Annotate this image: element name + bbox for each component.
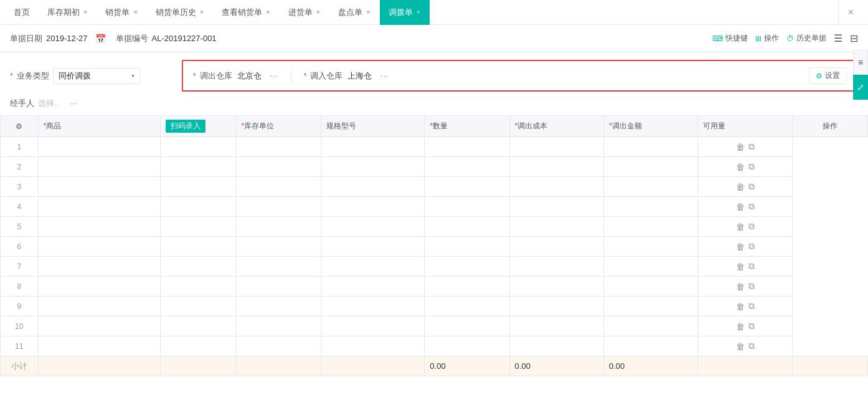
tab-close-inventory-check[interactable]: × [366, 9, 370, 16]
tab-inventory[interactable]: 库存期初 × [39, 0, 97, 25]
subtotal-cost: 0.00 [509, 356, 603, 376]
row-number: 9 [1, 297, 39, 316]
tab-inventory-check[interactable]: 盘点单 × [329, 0, 379, 25]
tab-close-transfer[interactable]: × [417, 9, 420, 16]
transfer-out-value: 北京仓 [237, 70, 262, 82]
window-close-button[interactable]: × [838, 0, 863, 25]
cell-5 [509, 277, 603, 297]
delete-row-icon[interactable]: 🗑 [736, 202, 745, 212]
cell-2 [236, 316, 321, 336]
copy-row-icon[interactable]: ⧉ [748, 281, 755, 292]
doc-date-field: 单据日期 2019-12-27 📅 [10, 33, 106, 44]
subtotal-amount: 0.00 [604, 356, 698, 376]
warehouse-section: * 调出仓库 北京仓 ··· * 调入仓库 上海仓 ··· ⚙ 设置 [182, 60, 858, 92]
cell-3 [321, 257, 425, 277]
cell-3 [321, 336, 425, 356]
delete-row-icon[interactable]: 🗑 [736, 242, 745, 252]
subtotal-empty-4 [321, 356, 425, 376]
transfer-in-more-button[interactable]: ··· [380, 72, 389, 80]
cell-3 [321, 177, 425, 197]
copy-row-icon[interactable]: ⧉ [748, 261, 755, 272]
history-button[interactable]: ⏱ 历史单据 [786, 33, 826, 44]
settings-icon: ⚙ [816, 72, 823, 80]
cell-5 [509, 157, 603, 177]
cell-1 [161, 257, 236, 277]
copy-row-icon[interactable]: ⧉ [748, 161, 755, 172]
copy-row-icon[interactable]: ⧉ [748, 301, 755, 312]
delete-row-icon[interactable]: 🗑 [736, 182, 745, 192]
copy-row-icon[interactable]: ⧉ [748, 141, 755, 152]
row-number: 6 [1, 237, 39, 257]
sidebar-external-button[interactable]: ⤢ [853, 75, 868, 100]
handler-more-button[interactable]: ··· [70, 99, 78, 108]
biz-type-value: 同价调拨 [59, 70, 91, 82]
cell-0 [38, 237, 161, 257]
cell-1 [161, 177, 236, 197]
cell-0 [38, 297, 161, 316]
row-number: 8 [1, 277, 39, 297]
layout-list-button[interactable]: ☰ [834, 32, 842, 44]
settings-button[interactable]: ⚙ 设置 [809, 67, 847, 84]
calendar-icon[interactable]: 📅 [95, 34, 106, 44]
tab-close-inventory[interactable]: × [83, 9, 87, 16]
tab-close-sales[interactable]: × [133, 9, 137, 16]
subtotal-empty-3 [236, 356, 321, 376]
toolbar-left: 单据日期 2019-12-27 📅 单据编号 AL-20191227-001 [10, 33, 217, 44]
cell-3 [321, 277, 425, 297]
operations-button[interactable]: ⊞ 操作 [755, 33, 779, 44]
scan-button[interactable]: 扫码录入 [166, 120, 205, 133]
form-area: * 业务类型 同价调拨 ▾ * 调出仓库 北京仓 ··· * 调入仓库 上海仓 [0, 52, 868, 109]
row-number: 11 [1, 336, 39, 356]
delete-row-icon[interactable]: 🗑 [736, 341, 745, 351]
col-scan[interactable]: 扫码录入 [161, 116, 236, 137]
handler-input[interactable]: 选择... [38, 98, 61, 109]
copy-row-icon[interactable]: ⧉ [748, 241, 755, 252]
cell-0 [38, 157, 161, 177]
tab-close-sales-history[interactable]: × [200, 9, 204, 16]
delete-row-icon[interactable]: 🗑 [736, 262, 745, 272]
biz-type-required-star: * [10, 72, 13, 80]
transfer-out-more-button[interactable]: ··· [270, 72, 278, 80]
tab-home[interactable]: 首页 [5, 7, 39, 18]
cell-5 [509, 316, 603, 336]
copy-row-icon[interactable]: ⧉ [748, 181, 755, 192]
sidebar-list-button[interactable]: ≡ [853, 50, 868, 75]
copy-row-icon[interactable]: ⧉ [748, 201, 755, 212]
delete-row-icon[interactable]: 🗑 [736, 162, 745, 172]
layout-grid-button[interactable]: ⊟ [850, 32, 858, 44]
copy-row-icon[interactable]: ⧉ [748, 341, 755, 351]
cell-2 [236, 217, 321, 237]
col-amount: *调出金额 [604, 116, 698, 137]
cell-2 [236, 257, 321, 277]
tab-purchase[interactable]: 进货单 × [280, 0, 329, 25]
cell-0 [38, 257, 161, 277]
operations-icon: ⊞ [755, 34, 762, 43]
col-gear[interactable]: ⚙ [1, 116, 39, 137]
tab-close-purchase[interactable]: × [316, 9, 320, 16]
table-row: 10 🗑 ⧉ [1, 316, 868, 336]
delete-row-icon[interactable]: 🗑 [736, 222, 745, 232]
delete-row-icon[interactable]: 🗑 [736, 321, 745, 331]
delete-row-icon[interactable]: 🗑 [736, 282, 745, 292]
form-row-2: 经手人 选择... ··· [10, 98, 858, 109]
cell-1 [161, 297, 236, 316]
tab-close-view-sales[interactable]: × [266, 9, 270, 16]
table-body: 1 🗑 ⧉ 2 🗑 ⧉ 3 🗑 ⧉ 4 🗑 ⧉ 5 🗑 ⧉ 6 🗑 ⧉ 7 🗑 … [1, 137, 868, 376]
cell-4 [425, 257, 509, 277]
tab-sales-history[interactable]: 销货单历史 × [147, 0, 213, 25]
right-sidebar: ≡ ⤢ [853, 50, 868, 100]
shortcuts-button[interactable]: ⌨ 快捷键 [712, 33, 748, 44]
copy-row-icon[interactable]: ⧉ [748, 221, 755, 232]
biz-type-select[interactable]: 同价调拨 ▾ [53, 68, 140, 84]
cell-4 [425, 237, 509, 257]
tab-transfer[interactable]: 调拨单 × [380, 0, 430, 25]
table-row: 6 🗑 ⧉ [1, 237, 868, 257]
delete-row-icon[interactable]: 🗑 [736, 302, 745, 312]
cell-0 [38, 217, 161, 237]
tab-view-sales[interactable]: 查看销货单 × [213, 0, 279, 25]
delete-row-icon[interactable]: 🗑 [736, 142, 745, 152]
table-row: 1 🗑 ⧉ [1, 137, 868, 157]
copy-row-icon[interactable]: ⧉ [748, 321, 755, 331]
tab-sales[interactable]: 销货单 × [97, 0, 146, 25]
transfer-out-label: 调出仓库 [200, 70, 232, 82]
